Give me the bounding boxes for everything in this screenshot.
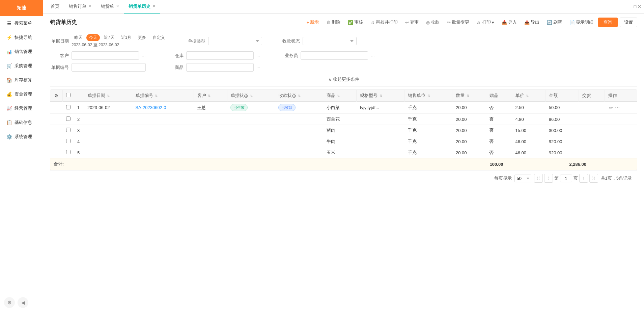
sidebar-item-ops-mgmt[interactable]: 📈 经营管理	[0, 101, 43, 115]
payment-status-badge: 已收款	[278, 104, 296, 111]
per-page-select[interactable]: 50 100 200	[514, 175, 531, 182]
last-page-btn[interactable]: ⟩⟩	[589, 174, 598, 183]
tab-sales-history[interactable]: 销货单历史 ✕	[124, 0, 160, 14]
sidebar-item-basic-info[interactable]: 📋 基础信息	[0, 115, 43, 130]
export-button[interactable]: 📤 导出	[522, 18, 542, 27]
sidebar-item-label: 经营管理	[15, 105, 32, 111]
warehouse-input[interactable]	[186, 51, 254, 60]
next-page-btn[interactable]: ⟩	[579, 174, 588, 183]
row-checkbox-0[interactable]	[66, 105, 71, 109]
col-spec[interactable]: 规格型号 ⇅	[357, 90, 404, 102]
col-doc-no[interactable]: 单据编号 ⇅	[132, 90, 194, 102]
col-checkbox[interactable]	[62, 90, 74, 102]
doc-no-link[interactable]: SA-20230602-0	[135, 105, 166, 110]
tab-sales-goods[interactable]: 销货单 ✕	[96, 0, 124, 14]
row-checkbox-4[interactable]	[66, 150, 71, 154]
export-icon: 📤	[524, 20, 530, 25]
print-button[interactable]: 🖨 打印 ▾	[474, 18, 497, 27]
cell-spec	[357, 147, 404, 158]
cell-checkbox[interactable]	[62, 114, 74, 125]
tab-home[interactable]: 首页	[46, 0, 64, 14]
tab-sales-order[interactable]: 销售订单 ✕	[64, 0, 96, 14]
col-payment-status[interactable]: 收款状态 ⇅	[275, 90, 323, 102]
business-dots[interactable]: ···	[371, 53, 375, 58]
select-all-checkbox[interactable]	[66, 93, 71, 97]
date-tab-yesterday[interactable]: 昨天	[72, 34, 85, 41]
business-input[interactable]	[301, 51, 368, 60]
edit-op-icon[interactable]: ✏	[609, 105, 613, 110]
doc-type-select[interactable]	[208, 37, 262, 45]
row-checkbox-2[interactable]	[66, 128, 71, 132]
cell-gift: 否	[486, 147, 512, 158]
date-tab-today[interactable]: 今天	[86, 34, 100, 41]
cell-checkbox[interactable]	[62, 136, 74, 147]
date-tab-more[interactable]: 更多	[135, 34, 149, 41]
cell-payment-status	[275, 114, 323, 125]
date-tab-7days[interactable]: 近7天	[101, 34, 117, 41]
tabs-bar: 首页 销售订单 ✕ 销货单 ✕ 销货单历史 ✕ — □ ✕	[43, 0, 644, 14]
show-detail-button[interactable]: 📄 显示明细	[567, 18, 596, 27]
col-settings[interactable]: ⚙	[50, 90, 62, 102]
discard-button[interactable]: ↩ 弃审	[402, 18, 421, 27]
row-checkbox-1[interactable]	[66, 116, 71, 121]
col-unit-price[interactable]: 单价 ⇅	[512, 90, 545, 102]
goods-dots[interactable]: ···	[256, 65, 260, 70]
collapse-label: 收起更多条件	[333, 76, 359, 82]
customer-dots[interactable]: ···	[142, 53, 146, 58]
tabs-bar-end: — □ ✕	[628, 4, 641, 9]
date-tab-1month[interactable]: 近1月	[118, 34, 134, 41]
sidebar-collapse-btn[interactable]: ◀	[18, 297, 28, 308]
tab-sales-order-close[interactable]: ✕	[88, 4, 91, 8]
col-customer[interactable]: 客户 ⇅	[194, 90, 227, 102]
col-doc-date[interactable]: 单据日期 ⇅	[84, 90, 132, 102]
cell-checkbox[interactable]	[62, 125, 74, 136]
cell-operations	[605, 147, 637, 158]
collapse-button[interactable]: ∧ 收起更多条件	[327, 75, 361, 84]
refresh-button[interactable]: 🔄 刷新	[544, 18, 565, 27]
sort-doc-no-icon: ⇅	[155, 94, 158, 98]
col-qty[interactable]: 数量 ⇅	[452, 90, 486, 102]
sidebar-item-inventory[interactable]: 🏠 库存核算	[0, 73, 43, 87]
date-tab-custom[interactable]: 自定义	[150, 34, 168, 41]
sidebar-settings-btn[interactable]: ⚙	[4, 297, 15, 308]
first-page-btn[interactable]: ⟨⟨	[534, 174, 543, 183]
tab-sales-history-close[interactable]: ✕	[152, 4, 156, 8]
cell-checkbox[interactable]	[62, 147, 74, 158]
sidebar-item-fund-mgmt[interactable]: 💰 资金管理	[0, 87, 43, 101]
sidebar-item-purchase-mgmt[interactable]: 🛒 采购管理	[0, 59, 43, 73]
cell-amount: 96.00	[545, 114, 579, 125]
customer-input[interactable]	[72, 51, 139, 60]
delete-button[interactable]: 🗑 删除	[324, 18, 343, 27]
tab-sales-goods-close[interactable]: ✕	[116, 4, 119, 8]
row-checkbox-3[interactable]	[66, 139, 71, 143]
sidebar-item-sys-mgmt[interactable]: ⚙️ 系统管理	[0, 130, 43, 144]
audit-button[interactable]: ✅ 审核	[345, 18, 366, 27]
cell-trade	[579, 125, 605, 136]
new-button[interactable]: + 新增	[304, 18, 321, 27]
doc-no-input[interactable]	[72, 63, 146, 72]
sidebar-item-sales-mgmt[interactable]: 📊 销售管理	[0, 45, 43, 59]
batch-change-button[interactable]: ✏ 批量变更	[444, 18, 472, 27]
payment-status-select[interactable]	[303, 37, 357, 45]
sidebar-item-search-menu[interactable]: ☰ 搜索菜单	[0, 16, 43, 30]
setting-button[interactable]: 设置	[620, 18, 637, 27]
query-button[interactable]: 查询	[598, 18, 618, 27]
page-input[interactable]	[560, 175, 572, 182]
audit-print-button[interactable]: 🖨 审核并打印	[368, 18, 400, 27]
sidebar-item-quick-nav[interactable]: ⚡ 快捷导航	[0, 30, 43, 45]
import-button[interactable]: 📥 导入	[499, 18, 520, 27]
collect-button[interactable]: ◎ 收款	[423, 18, 442, 27]
cell-checkbox[interactable]	[62, 102, 74, 114]
prev-page-btn[interactable]: ⟨	[544, 174, 553, 183]
col-spec-label: 规格型号	[360, 93, 377, 98]
more-op-icon[interactable]: ⋯	[615, 105, 620, 110]
col-unit[interactable]: 销售单位 ⇅	[404, 90, 452, 102]
col-gift[interactable]: 赠品	[486, 90, 512, 102]
col-doc-status[interactable]: 单据状态 ⇅	[227, 90, 275, 102]
warehouse-dots[interactable]: ···	[256, 53, 260, 58]
col-goods[interactable]: 商品 ⇅	[323, 90, 357, 102]
col-amount[interactable]: 金额	[545, 90, 579, 102]
goods-input[interactable]	[186, 63, 254, 72]
col-trade[interactable]: 交货	[579, 90, 605, 102]
cell-operations	[605, 136, 637, 147]
